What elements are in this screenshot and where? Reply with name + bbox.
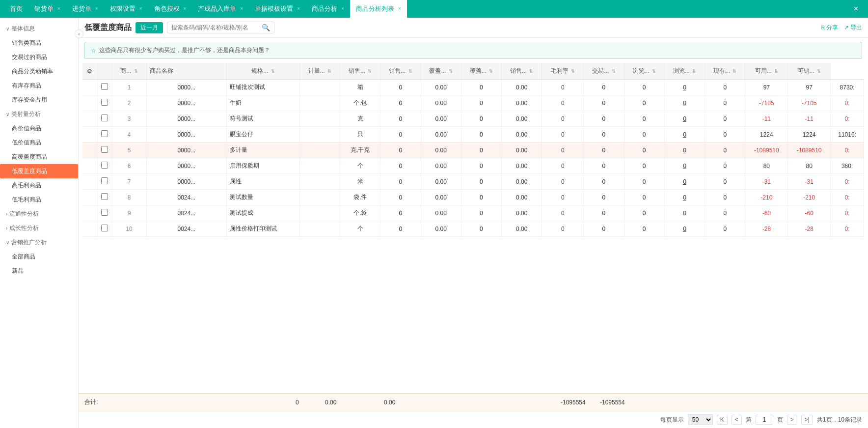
close-icon[interactable]: × [398,0,401,18]
cover1-column-header[interactable]: 覆盖... ⇅ [421,63,461,80]
nav-purchase-order[interactable]: 进货单 × [66,0,104,18]
row-checkbox-cell[interactable] [97,111,112,127]
avail-stock-column-header[interactable]: 可用... ⇅ [745,63,788,80]
share-button[interactable]: ⎘ 分享 [821,24,838,32]
row-checkbox-cell[interactable] [97,95,112,111]
browse1-column-header[interactable]: 浏览... ⇅ [624,63,664,80]
sidebar-item-high-margin[interactable]: 高毛利商品 [0,178,78,193]
close-icon[interactable]: × [184,0,187,18]
export-button[interactable]: ↗ 导出 [844,24,862,32]
next-page-button[interactable]: > [787,415,797,425]
nav-role-auth[interactable]: 角色授权 × [148,0,192,18]
row-browse1[interactable]: 0 [664,127,705,143]
row-settings[interactable] [82,95,97,111]
row-browse1[interactable]: 0 [664,95,705,111]
row-settings[interactable] [82,205,97,221]
gross-rate-column-header[interactable]: 毛利率 ⇅ [542,63,584,80]
sidebar-item-category-turnover[interactable]: 商品分类动销率 [0,64,78,79]
nav-home[interactable]: 首页 [4,0,28,18]
page-input[interactable] [756,415,773,425]
sales-x-column-header[interactable]: 销售... ⇅ [502,63,542,80]
row-checkbox-cell[interactable] [97,205,112,221]
sidebar-item-all-products[interactable]: 全部商品 [0,250,78,264]
nav-product-analysis[interactable]: 商品分析 × [306,0,350,18]
row-browse1[interactable]: 0 [664,143,705,158]
row-sales-amt: 0.00 [421,205,461,221]
sidebar-item-high-value[interactable]: 高价值商品 [0,121,78,136]
row-settings[interactable] [82,111,97,127]
sidebar-item-sales-products[interactable]: 销售类商品 [0,36,78,50]
sidebar-section-overall[interactable]: ∨ 整体信息 [0,22,78,36]
per-page-select[interactable]: 50 10 20 100 [688,414,713,425]
sidebar-item-high-coverage[interactable]: 高覆盖度商品 [0,150,78,164]
close-icon[interactable]: × [297,0,300,18]
row-browse1[interactable]: 0 [664,205,705,221]
close-icon[interactable]: × [341,0,344,18]
current-stock-column-header[interactable]: 现有... ⇅ [705,63,745,80]
sidebar-item-low-coverage[interactable]: 低覆盖度商品 [0,164,78,178]
time-filter-button[interactable]: 近一月 [136,22,163,33]
unit-column-header[interactable]: 计量... ⇅ [299,63,340,80]
row-browse1[interactable]: 0 [664,190,705,205]
row-spec [299,221,340,237]
sidebar-item-low-margin[interactable]: 低毛利商品 [0,193,78,207]
name-column-header[interactable]: 商品名称 [146,63,227,80]
sidebar-item-in-stock-products[interactable]: 有库存商品 [0,79,78,93]
cover2-column-header[interactable]: 覆盖... ⇅ [461,63,501,80]
row-checkbox-cell[interactable] [97,80,112,95]
row-settings[interactable] [82,221,97,237]
settings-column-header[interactable]: ⚙ [82,63,97,80]
sidebar-collapse-button[interactable]: « [75,29,83,38]
nav-template-settings[interactable]: 单据模板设置 × [249,0,306,18]
row-settings[interactable] [82,80,97,95]
row-settings[interactable] [82,127,97,143]
row-checkbox-cell[interactable] [97,127,112,143]
code-column-header[interactable]: 商... ⇅ [112,63,146,80]
row-settings[interactable] [82,174,97,190]
search-input[interactable] [171,24,260,31]
nav-product-analysis-list[interactable]: 商品分析列表 × [350,0,407,18]
window-close-button[interactable]: × [848,4,864,13]
row-checkbox-cell[interactable] [97,158,112,174]
row-browse1[interactable]: 0 [664,80,705,95]
row-settings[interactable] [82,158,97,174]
close-icon[interactable]: × [240,0,243,18]
row-checkbox-cell[interactable] [97,143,112,158]
close-icon[interactable]: × [57,0,60,18]
sellable-column-header[interactable]: 可销... ⇅ [788,63,831,80]
row-avail-stock: 97 [788,80,831,95]
row-sellable: 0: [831,221,864,237]
close-icon[interactable]: × [95,0,98,18]
sidebar-item-traded-products[interactable]: 交易过的商品 [0,50,78,64]
row-checkbox-cell[interactable] [97,190,112,205]
sales-qty-column-header[interactable]: 销售... ⇅ [340,63,380,80]
sidebar-item-new-products[interactable]: 新品 [0,264,78,278]
prev-page-button[interactable]: < [732,415,742,425]
row-browse1[interactable]: 0 [664,221,705,237]
sidebar-section-marketing[interactable]: ∨ 营销推广分析 [0,235,78,250]
last-page-button[interactable]: >| [801,415,813,425]
nav-product-entry[interactable]: 产成品入库单 × [192,0,249,18]
close-icon[interactable]: × [139,0,142,18]
spec-column-header[interactable]: 规格... ⇅ [227,63,300,80]
search-icon[interactable]: 🔍 [262,24,270,31]
sidebar-item-low-value[interactable]: 低价值商品 [0,136,78,150]
nav-permission-settings[interactable]: 权限设置 × [104,0,148,18]
sidebar-section-growth[interactable]: › 成长性分析 [0,221,78,235]
row-settings[interactable] [82,143,97,158]
first-page-button[interactable]: K [717,415,728,425]
row-checkbox-cell[interactable] [97,174,112,190]
row-settings[interactable] [82,190,97,205]
row-browse1[interactable]: 0 [664,111,705,127]
sales-amt-column-header[interactable]: 销售... ⇅ [380,63,421,80]
sidebar-section-liquidity[interactable]: › 流通性分析 [0,207,78,221]
row-browse1[interactable]: 0 [664,158,705,174]
sidebar-item-capital-usage[interactable]: 库存资金占用 [0,93,78,107]
sidebar-section-coverage[interactable]: ∨ 类射量分析 [0,107,78,121]
row-browse1[interactable]: 0 [664,174,705,190]
row-code: 0000... [146,95,227,111]
browse2-column-header[interactable]: 浏览... ⇅ [664,63,705,80]
row-checkbox-cell[interactable] [97,221,112,237]
nav-sales-order[interactable]: 销货单 × [28,0,66,18]
trans-column-header[interactable]: 交易... ⇅ [584,63,624,80]
